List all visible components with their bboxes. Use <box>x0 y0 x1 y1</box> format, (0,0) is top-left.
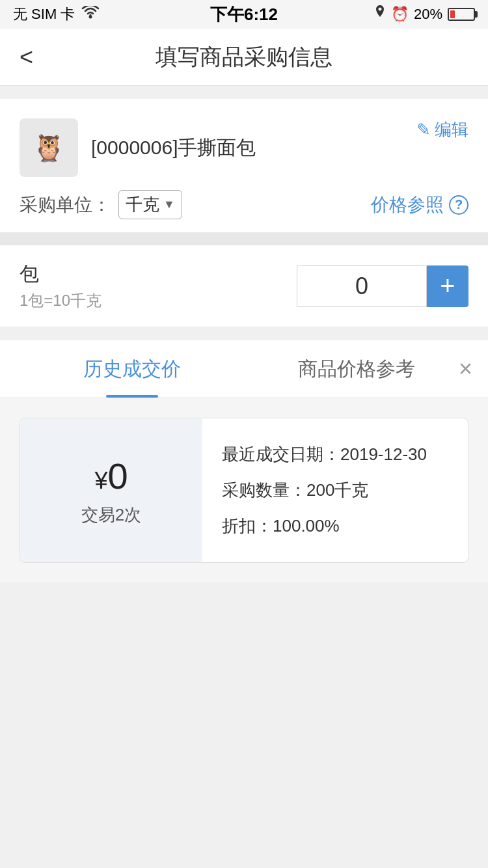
discount-label: 折扣： <box>222 516 273 536</box>
alarm-icon: ⏰ <box>391 6 409 23</box>
date-value: 2019-12-30 <box>340 444 427 464</box>
unit-value: 千克 <box>126 193 159 216</box>
unit-row: 采购单位： 千克 ▼ <box>20 190 182 219</box>
price-symbol: ¥ <box>94 467 107 494</box>
product-left: 🦉 [0000006]手撕面包 <box>20 118 256 177</box>
quantity-input[interactable]: 0 <box>297 265 427 307</box>
product-bottom-row: 采购单位： 千克 ▼ 价格参照 ? <box>20 190 468 219</box>
unit-dropdown[interactable]: 千克 ▼ <box>118 190 182 219</box>
product-thumbnail: 🦉 <box>20 118 78 177</box>
product-top-row: 🦉 [0000006]手撕面包 ✎ 编辑 <box>20 118 468 177</box>
discount-value: 100.00% <box>273 516 340 536</box>
price-value: 0 <box>107 455 128 496</box>
tab-price-reference[interactable]: 商品价格参考 <box>244 340 468 398</box>
history-card: ¥0 交易2次 最近成交日期：2019-12-30 采购数量：200千克 折扣：… <box>20 418 468 563</box>
tab-underline <box>106 395 158 398</box>
quantity-detail-value: 200千克 <box>306 480 368 500</box>
quantity-label: 采购数量： <box>222 480 306 500</box>
history-discount-row: 折扣：100.00% <box>222 513 448 539</box>
tab-price-ref-label: 商品价格参考 <box>298 356 415 383</box>
product-name: [0000006]手撕面包 <box>91 135 256 161</box>
back-button[interactable]: < <box>20 46 33 69</box>
battery-percent: 20% <box>414 6 442 23</box>
location-icon <box>374 5 386 23</box>
price-ref-label: 价格参照 <box>371 193 444 217</box>
tab-history-price[interactable]: 历史成交价 <box>20 340 244 398</box>
page-title: 填写商品采购信息 <box>156 42 332 72</box>
svg-point-0 <box>89 16 92 19</box>
section-divider <box>0 232 488 245</box>
header: < 填写商品采购信息 <box>0 29 488 86</box>
status-left: 无 SIM 卡 <box>13 5 100 24</box>
plus-icon: + <box>440 271 455 301</box>
history-quantity-row: 采购数量：200千克 <box>222 478 448 503</box>
history-content: ¥0 交易2次 最近成交日期：2019-12-30 采购数量：200千克 折扣：… <box>0 398 488 582</box>
history-card-right: 最近成交日期：2019-12-30 采购数量：200千克 折扣：100.00% <box>202 418 468 562</box>
tab-close-button[interactable]: × <box>459 357 472 381</box>
battery-icon <box>448 8 475 21</box>
date-label: 最近成交日期： <box>222 444 340 464</box>
quantity-row: 包 1包=10千克 0 + <box>0 245 488 327</box>
quantity-conversion: 1包=10千克 <box>20 290 102 311</box>
product-owl-icon: 🦉 <box>33 133 65 163</box>
status-bar: 无 SIM 卡 下午6:12 ⏰ 20% <box>0 0 488 29</box>
status-time: 下午6:12 <box>210 3 278 26</box>
dropdown-arrow-icon: ▼ <box>163 198 175 211</box>
history-card-left: ¥0 交易2次 <box>20 418 202 562</box>
edit-label: 编辑 <box>435 118 468 141</box>
history-date-row: 最近成交日期：2019-12-30 <box>222 442 448 467</box>
edit-icon: ✎ <box>416 120 431 140</box>
tab-history-label: 历史成交价 <box>83 356 181 383</box>
edit-button[interactable]: ✎ 编辑 <box>416 118 468 141</box>
quantity-value: 0 <box>355 273 368 300</box>
quantity-unit-name: 包 <box>20 261 102 288</box>
quantity-plus-button[interactable]: + <box>427 265 468 307</box>
carrier-text: 无 SIM 卡 <box>13 5 75 24</box>
history-price: ¥0 <box>94 455 128 497</box>
quantity-input-group: 0 + <box>297 265 468 307</box>
status-right: ⏰ 20% <box>374 5 475 23</box>
wifi-icon <box>81 6 100 23</box>
quantity-label-group: 包 1包=10千克 <box>20 261 102 311</box>
history-trades: 交易2次 <box>81 504 141 526</box>
product-card: 🦉 [0000006]手撕面包 ✎ 编辑 采购单位： 千克 ▼ 价格参照 ? <box>0 99 488 232</box>
tabs-container: 历史成交价 商品价格参考 × <box>0 340 488 398</box>
price-ref-button[interactable]: 价格参照 ? <box>371 193 468 217</box>
unit-label: 采购单位： <box>20 193 111 217</box>
help-circle-icon: ? <box>449 195 468 215</box>
